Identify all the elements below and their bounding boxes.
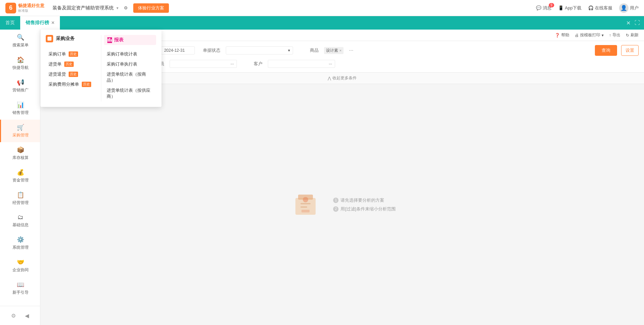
print-template-btn[interactable]: 🖨 按模板打印 ▾ (575, 32, 604, 38)
message-btn[interactable]: 💬 消息 9 (536, 5, 551, 11)
purchase-icon: 🛒 (17, 124, 24, 131)
date-end-input[interactable] (161, 46, 195, 54)
sidebar-item-finance[interactable]: 💰 资金管理 (0, 165, 40, 187)
sidebar-item-inventory[interactable]: 📦 库存核算 (0, 142, 40, 165)
sidebar-label-sales: 销售管理 (12, 110, 29, 116)
dropdown-item-inbound-by-product[interactable]: 进货单统计表（按商品） (104, 69, 156, 85)
message-icon: 💬 (536, 5, 541, 10)
sidebar-bottom: ⚙ ◀ (0, 306, 40, 325)
tab-bar: 首页 销售排行榜 ✕ ✕ ⛶ (0, 16, 644, 30)
app-download-btn[interactable]: 📱 App下载 (558, 5, 581, 11)
dropdown-item-inbound-by-supplier[interactable]: 进货单统计表（按供应商） (104, 85, 156, 101)
dropdown-item-po-stats[interactable]: 采购订单统计表 (104, 49, 156, 59)
tab-close-icon[interactable]: ✕ (626, 20, 631, 26)
phone-icon: 📱 (558, 5, 564, 10)
edition-label: 标准版 (18, 8, 44, 13)
print-dropdown-arrow: ▾ (602, 33, 604, 38)
customer-select[interactable]: ··· (268, 60, 335, 68)
sidebar-label-inventory: 库存核算 (12, 155, 29, 161)
reports-title: 报表 (104, 35, 156, 45)
refresh-icon: ↻ (626, 33, 629, 38)
dropdown-item-expense[interactable]: 采购费用分摊单 历史 (46, 79, 98, 89)
logo-icon: 6 (5, 3, 16, 13)
sales-icon: 📊 (17, 101, 24, 109)
logo-text: 畅捷通好生意 标准版 (18, 3, 44, 13)
customer-dots: ··· (329, 62, 332, 66)
sidebar-item-enterprise[interactable]: 🤝 企业协同 (0, 254, 40, 277)
product-tag: 设计素 × (324, 47, 344, 54)
app-download-label: App下载 (565, 5, 581, 11)
headset-icon: 🎧 (588, 5, 594, 10)
dropdown-item-return[interactable]: 进货退货 历史 (46, 69, 98, 79)
empty-state: 1 请先选择要分析的方案 2 用[过滤]条件来缩小分析范围 (40, 84, 644, 325)
settings-btn[interactable]: 设置 (621, 45, 639, 56)
empty-illustration (289, 188, 322, 221)
top-header: 6 畅捷通好生意 标准版 装备及固定资产辅助管理系统 ▾ ⚙ 体验行业方案 💬 … (0, 0, 644, 16)
sidebar-collapse-btn[interactable]: ◀ (22, 310, 32, 321)
empty-tip-1: 1 请先选择要分析的方案 (333, 196, 395, 205)
salesperson-select[interactable]: ··· (170, 60, 237, 68)
purchase-ops-col: 采购业务 采购订单 历史 进货单 历史 进货退货 历史 采购费用分摊单 历史 (46, 35, 98, 101)
empty-tip-2: 2 用[过滤]条件来缩小分析范围 (333, 205, 395, 213)
purchase-dropdown: 采购业务 采购订单 历史 进货单 历史 进货退货 历史 采购费用分摊单 历史 (40, 30, 162, 107)
logo-area: 6 畅捷通好生意 标准版 (5, 3, 46, 13)
dropdown-item-po-exec[interactable]: 采购订单执行表 (104, 59, 156, 69)
history-tag-3: 历史 (82, 82, 91, 87)
user-btn[interactable]: 👤 用户 (619, 3, 639, 13)
dropdown-cols: 采购业务 采购订单 历史 进货单 历史 进货退货 历史 采购费用分摊单 历史 (46, 35, 156, 101)
svg-rect-7 (108, 39, 109, 42)
purchase-ops-title: 采购业务 (46, 35, 98, 45)
sidebar-settings-btn[interactable]: ⚙ (8, 310, 19, 321)
user-label: 用户 (630, 5, 639, 11)
inventory-icon: 📦 (17, 146, 24, 154)
industry-btn[interactable]: 体验行业方案 (133, 3, 169, 13)
system-icon: ⚙️ (17, 236, 24, 243)
sidebar-label-search: 搜索菜单 (12, 42, 29, 48)
tab-expand-icon[interactable]: ⛶ (635, 20, 640, 26)
query-btn[interactable]: 查询 (595, 45, 617, 56)
sidebar-item-marketing[interactable]: 📢 营销推广 (0, 75, 40, 97)
export-btn[interactable]: ↑ 导出 (609, 32, 620, 38)
refresh-btn[interactable]: ↻ 刷新 (626, 32, 639, 38)
sidebar-label-enterprise: 企业协同 (12, 267, 29, 273)
sidebar: 🔍 搜索菜单 🏠 快捷导航 📢 营销推广 📊 销售管理 🛒 采购管理 📦 库存核… (0, 30, 40, 325)
online-service-btn[interactable]: 🎧 在线客服 (588, 5, 612, 11)
sidebar-item-purchase[interactable]: 🛒 采购管理 (0, 120, 40, 142)
tab-close-btn[interactable]: ✕ (51, 21, 55, 25)
tab-bar-right: ✕ ⛶ (626, 20, 644, 26)
sidebar-label-basic-info: 基础信息 (12, 222, 29, 228)
enterprise-icon: 🤝 (17, 258, 24, 266)
system-title: 装备及固定资产辅助管理系统 (52, 5, 114, 11)
dropdown-item-purchase-order[interactable]: 采购订单 历史 (46, 49, 98, 59)
svg-rect-3 (300, 203, 311, 204)
guide-icon: 📖 (17, 281, 24, 288)
sidebar-item-system[interactable]: ⚙️ 系统管理 (0, 232, 40, 254)
salesperson-dots: ··· (230, 62, 234, 66)
dropdown-item-inbound[interactable]: 进货单 历史 (46, 59, 98, 69)
product-dots[interactable]: ··· (349, 47, 353, 53)
sidebar-item-sales[interactable]: 📊 销售管理 (0, 97, 40, 120)
reports-icon (107, 37, 112, 43)
doc-status-select[interactable]: ▾ (226, 46, 293, 54)
system-dropdown-arrow[interactable]: ▾ (116, 6, 118, 10)
sidebar-item-guide[interactable]: 📖 新手引导 (0, 277, 40, 299)
online-service-label: 在线客服 (595, 5, 612, 11)
print-icon: 🖨 (575, 33, 579, 38)
collapse-label: 收起更多条件 (332, 75, 357, 81)
history-tag-0: 历史 (69, 51, 78, 57)
basic-info-icon: 🗂 (17, 214, 24, 221)
finance-icon: 💰 (17, 169, 24, 176)
sidebar-item-quick-nav[interactable]: 🏠 快捷导航 (0, 52, 40, 75)
sidebar-item-search[interactable]: 🔍 搜索菜单 (0, 30, 40, 52)
history-tag-2: 历史 (69, 72, 78, 77)
marketing-icon: 📢 (17, 79, 24, 86)
product-tag-close[interactable]: × (339, 48, 342, 52)
settings-icon-btn[interactable]: ⚙ (121, 3, 131, 13)
sidebar-item-operations[interactable]: 📋 经营管理 (0, 187, 40, 210)
help-btn[interactable]: ❓ 帮助 (555, 32, 569, 38)
tab-sales-ranking[interactable]: 销售排行榜 ✕ (20, 16, 60, 30)
tab-home[interactable]: 首页 (0, 16, 20, 30)
sidebar-item-basic-info[interactable]: 🗂 基础信息 (0, 210, 40, 232)
svg-rect-8 (109, 38, 110, 42)
help-icon: ❓ (555, 33, 560, 38)
